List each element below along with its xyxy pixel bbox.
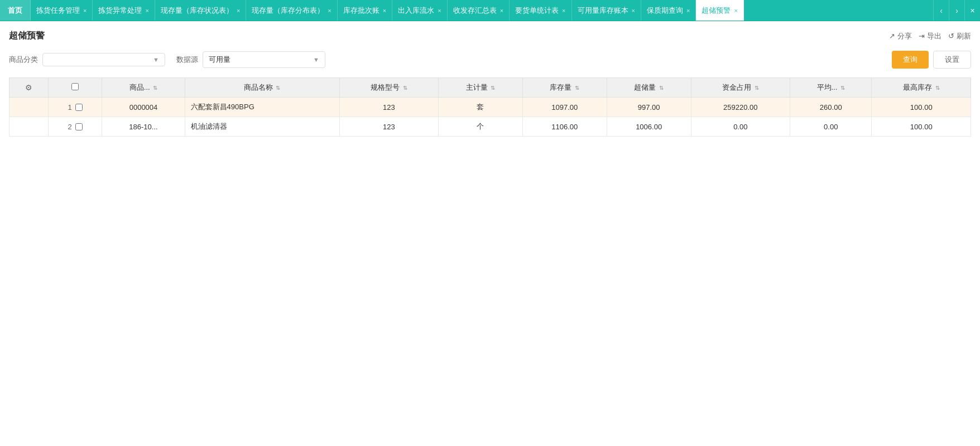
nav-tab-8[interactable]: 可用量库存账本 × xyxy=(572,0,641,21)
refresh-icon: ↺ xyxy=(948,32,954,40)
col-capital-header[interactable]: 资金占用 ⇅ xyxy=(691,78,790,98)
nav-tab-9[interactable]: 保质期查询 × xyxy=(641,0,696,21)
nav-bar: 首页 拣货任务管理 × 拣货异常处理 × 现存量（库存状况表） × 现存量（库存… xyxy=(0,0,980,21)
category-label: 商品分类 xyxy=(9,55,38,65)
row-num: 1 xyxy=(68,103,71,112)
settings-button[interactable]: 设置 xyxy=(933,51,971,69)
close-tab-0[interactable]: × xyxy=(83,7,87,14)
col-capital-label: 资金占用 xyxy=(722,83,751,91)
export-icon: ⇥ xyxy=(919,32,925,40)
close-tab-7[interactable]: × xyxy=(562,7,565,14)
row-checkbox[interactable] xyxy=(75,123,83,130)
row-checkbox[interactable] xyxy=(75,104,83,111)
sort-avg-icon: ⇅ xyxy=(840,85,845,91)
table-row: 1 0000004 六配套新昌490BPG 123 套 1097.00 997.… xyxy=(9,98,971,117)
col-stock-header[interactable]: 库存量 ⇅ xyxy=(522,78,607,98)
sort-unit-icon: ⇅ xyxy=(491,85,495,91)
row-overstock: 997.00 xyxy=(607,98,691,117)
close-tab-2[interactable]: × xyxy=(237,7,240,14)
nav-tab-3[interactable]: 现存量（库存分布表） × xyxy=(246,0,337,21)
close-tab-9[interactable]: × xyxy=(686,7,690,14)
close-tab-8[interactable]: × xyxy=(632,7,635,14)
export-button[interactable]: ⇥ 导出 xyxy=(919,31,941,41)
nav-tab-5[interactable]: 出入库流水 × xyxy=(392,0,447,21)
filter-buttons: 查询 设置 xyxy=(892,51,971,69)
filter-datasource: 数据源 可用量 ▼ xyxy=(176,51,325,68)
row-avg: 0.00 xyxy=(790,117,872,137)
col-code-header[interactable]: 商品... ⇅ xyxy=(102,78,185,98)
datasource-label: 数据源 xyxy=(176,55,198,65)
row-spec: 123 xyxy=(339,98,438,117)
row-avg: 260.00 xyxy=(790,98,872,117)
close-tab-10[interactable]: × xyxy=(734,7,737,14)
col-unit-header[interactable]: 主计量 ⇅ xyxy=(439,78,523,98)
data-table: ⚙ 商品... ⇅ 商品名称 ⇅ 规格型号 ⇅ 主计量 xyxy=(9,77,971,137)
filter-category: 商品分类 ▼ xyxy=(9,53,165,66)
page-header: 超储预警 ↗ 分享 ⇥ 导出 ↺ 刷新 xyxy=(9,30,971,42)
datasource-chevron-down-icon: ▼ xyxy=(313,56,319,63)
nav-arrow-right[interactable]: › xyxy=(949,0,964,21)
col-avg-header[interactable]: 平均... ⇅ xyxy=(790,78,872,98)
sort-overstock-icon: ⇅ xyxy=(659,85,664,91)
col-code-label: 商品... xyxy=(129,83,150,91)
col-overstock-label: 超储量 xyxy=(634,83,656,91)
col-stock-label: 库存量 xyxy=(550,83,571,91)
nav-tab-0[interactable]: 拣货任务管理 × xyxy=(31,0,93,21)
row-capital: 0.00 xyxy=(691,117,790,137)
row-maxstock: 100.00 xyxy=(872,98,971,117)
sort-maxstock-icon: ⇅ xyxy=(935,85,940,91)
col-maxstock-label: 最高库存 xyxy=(903,83,932,91)
col-avg-label: 平均... xyxy=(817,83,838,91)
table-row: 2 186-10... 机油滤清器 123 个 1106.00 1006.00 … xyxy=(9,117,971,137)
nav-arrow-left[interactable]: ‹ xyxy=(933,0,949,21)
nav-arrow-close[interactable]: × xyxy=(964,0,980,21)
nav-tab-6[interactable]: 收发存汇总表 × xyxy=(448,0,510,21)
nav-home[interactable]: 首页 xyxy=(0,0,31,21)
page-content: 超储预警 ↗ 分享 ⇥ 导出 ↺ 刷新 商品分类 ▼ 数据源 xyxy=(0,21,980,446)
category-chevron-down-icon: ▼ xyxy=(153,56,159,63)
sort-code-icon: ⇅ xyxy=(153,85,157,91)
close-tab-6[interactable]: × xyxy=(500,7,503,14)
gear-icon[interactable]: ⚙ xyxy=(25,83,32,92)
query-button[interactable]: 查询 xyxy=(892,51,929,69)
row-name: 机油滤清器 xyxy=(185,117,339,137)
close-tab-3[interactable]: × xyxy=(328,7,331,14)
row-spec: 123 xyxy=(339,117,438,137)
col-overstock-header[interactable]: 超储量 ⇅ xyxy=(607,78,691,98)
col-maxstock-header[interactable]: 最高库存 ⇅ xyxy=(872,78,971,98)
row-stock: 1097.00 xyxy=(522,98,607,117)
sort-capital-icon: ⇅ xyxy=(755,85,759,91)
nav-tab-1[interactable]: 拣货异常处理 × xyxy=(93,0,155,21)
col-checkbox xyxy=(48,78,102,98)
share-button[interactable]: ↗ 分享 xyxy=(889,31,912,41)
col-spec-label: 规格型号 xyxy=(371,83,400,91)
datasource-select-value: 可用量 xyxy=(209,55,309,65)
col-unit-label: 主计量 xyxy=(466,83,488,91)
nav-arrows: ‹ › × xyxy=(933,0,980,21)
sort-spec-icon: ⇅ xyxy=(403,85,407,91)
row-capital: 259220.00 xyxy=(691,98,790,117)
share-icon: ↗ xyxy=(889,32,895,40)
header-actions: ↗ 分享 ⇥ 导出 ↺ 刷新 xyxy=(889,31,971,41)
row-num: 2 xyxy=(68,123,71,131)
nav-tab-4[interactable]: 库存批次账 × xyxy=(338,0,392,21)
col-name-header[interactable]: 商品名称 ⇅ xyxy=(185,78,339,98)
row-settings-cell xyxy=(9,117,49,137)
close-tab-4[interactable]: × xyxy=(383,7,386,14)
datasource-select[interactable]: 可用量 ▼ xyxy=(203,51,325,68)
close-tab-1[interactable]: × xyxy=(145,7,148,14)
refresh-button[interactable]: ↺ 刷新 xyxy=(948,31,971,41)
row-name: 六配套新昌490BPG xyxy=(185,98,339,117)
category-select[interactable]: ▼ xyxy=(42,53,165,66)
close-tab-5[interactable]: × xyxy=(438,7,441,14)
nav-tab-2[interactable]: 现存量（库存状况表） × xyxy=(155,0,246,21)
row-overstock: 1006.00 xyxy=(607,117,691,137)
row-checkbox-cell: 1 xyxy=(48,98,102,117)
nav-tab-7[interactable]: 要货单统计表 × xyxy=(510,0,571,21)
col-name-label: 商品名称 xyxy=(244,83,273,91)
row-stock: 1106.00 xyxy=(522,117,607,137)
col-spec-header[interactable]: 规格型号 ⇅ xyxy=(339,78,438,98)
select-all-checkbox[interactable] xyxy=(71,83,79,90)
col-settings: ⚙ xyxy=(9,78,49,98)
nav-tab-10[interactable]: 超储预警 × xyxy=(696,0,743,21)
